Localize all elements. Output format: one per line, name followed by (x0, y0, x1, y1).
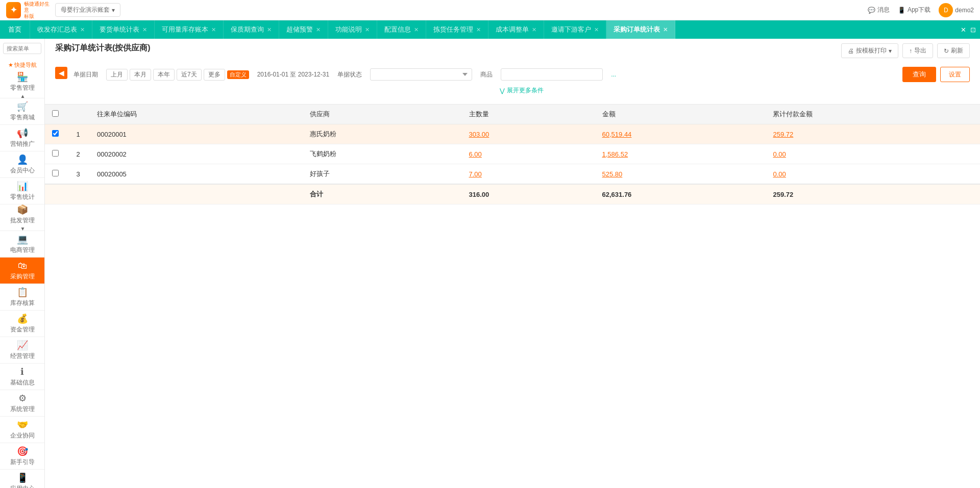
sidebar-item-app-center[interactable]: 📱 应用中心 (0, 470, 44, 488)
row-2-checkbox[interactable] (52, 150, 59, 157)
expand-icon: ⋁ (500, 87, 505, 94)
settings-button[interactable]: 设置 (940, 67, 970, 82)
tab-purchase-summary[interactable]: 采购订单统计表 ✕ (606, 20, 675, 39)
user-menu[interactable]: D demo2 (939, 3, 974, 17)
sidebar-item-system[interactable]: ⚙ 系统管理 (0, 390, 44, 417)
row-1-check[interactable] (45, 124, 65, 144)
tab-invite[interactable]: 邀请下游客户 ✕ (544, 20, 606, 39)
row-1-paid[interactable]: 259.72 (767, 124, 980, 144)
sidebar-item-purchase[interactable]: 🛍 采购管理 (0, 258, 44, 284)
tab-home[interactable]: 首页 (0, 20, 30, 39)
sidebar-item-ecommerce[interactable]: 💻 电商管理 (0, 231, 44, 258)
row-3-paid[interactable]: 0.00 (767, 164, 980, 185)
close-tab-receive[interactable]: ✕ (80, 27, 85, 33)
tab-validity[interactable]: 保质期查询 ✕ (224, 20, 279, 39)
sidebar-item-retail-stat[interactable]: 📊 零售统计 (0, 178, 44, 204)
row-3-checkbox[interactable] (52, 170, 59, 176)
sidebar-item-new-guide[interactable]: 🎯 新手引导 (0, 443, 44, 470)
purchase-icon: 🛍 (18, 261, 27, 271)
app-download-button[interactable]: 📱 App下载 (898, 6, 930, 14)
sidebar-item-operations[interactable]: 📈 经营管理 (0, 337, 44, 364)
close-tab-stock-ledger[interactable]: ✕ (211, 27, 216, 33)
avatar: D (939, 3, 953, 17)
date-btn-this-year[interactable]: 本年 (153, 69, 175, 81)
tab-function-desc[interactable]: 功能说明 ✕ (328, 20, 377, 39)
row-2-check[interactable] (45, 144, 65, 164)
basic-info-icon: ℹ (20, 366, 24, 377)
tab-stock-ledger[interactable]: 可用量库存账本 ✕ (155, 20, 224, 39)
close-tab-invite[interactable]: ✕ (594, 27, 599, 33)
expand-row: ⋁ 展开更多条件 (74, 82, 970, 99)
wholesale-icon: 📦 (17, 204, 28, 215)
close-tab-order-summary[interactable]: ✕ (142, 27, 147, 33)
table-row[interactable]: 2 00020002 飞鹤奶粉 6.00 1,586.52 0.00 (45, 144, 980, 164)
date-range-text: 2016-01-01 至 2023-12-31 (257, 70, 329, 79)
sidebar-item-retail-shop[interactable]: 🛒 零售商城 (0, 98, 44, 125)
row-2-unit-code: 00020002 (91, 144, 304, 164)
row-2-quantity[interactable]: 6.00 (463, 144, 596, 164)
expand-tabs-icon[interactable]: ⊡ (970, 26, 976, 34)
query-button[interactable]: 查询 (902, 67, 936, 82)
member-icon: 👤 (17, 154, 28, 165)
row-3-check[interactable] (45, 164, 65, 185)
top-right: 💬 消息 📱 App下载 D demo2 (868, 3, 974, 17)
refresh-icon: ↻ (944, 47, 949, 55)
export-button[interactable]: ↑ 导出 (902, 43, 933, 58)
page-title: 采购订单统计表(按供应商) (55, 43, 151, 54)
sidebar-item-enterprise[interactable]: 🤝 企业协同 (0, 417, 44, 443)
row-3-quantity[interactable]: 7.00 (463, 164, 596, 185)
sidebar-item-finance[interactable]: 💰 资金管理 (0, 311, 44, 337)
row-2-paid[interactable]: 0.00 (767, 144, 980, 164)
date-btn-this-month[interactable]: 本月 (130, 69, 151, 81)
sidebar-item-basic-info[interactable]: ℹ 基础信息 (0, 364, 44, 390)
close-tab-cost-adjust[interactable]: ✕ (532, 27, 536, 33)
table-row[interactable]: 1 00020001 惠氏奶粉 303.00 60,519.44 259.72 (45, 124, 980, 144)
close-tab-purchase-summary[interactable]: ✕ (663, 27, 668, 33)
row-1-amount[interactable]: 60,519.44 (596, 124, 767, 144)
footer-row: 合计 316.00 62,631.76 259.72 (45, 184, 980, 204)
print-button[interactable]: 🖨 按模板打印 ▾ (841, 43, 898, 58)
quick-nav-button[interactable]: ★ 快捷导航 (0, 58, 44, 72)
more-filters-button[interactable]: ... (611, 71, 616, 78)
select-all-checkbox[interactable] (52, 110, 59, 117)
marketing-icon: 📢 (17, 127, 28, 139)
row-3-amount[interactable]: 525.80 (596, 164, 767, 185)
close-tab-validity[interactable]: ✕ (267, 27, 272, 33)
close-all-tabs-icon[interactable]: ✕ (961, 26, 966, 34)
row-1-checkbox[interactable] (52, 130, 59, 137)
tab-receive[interactable]: 收发存汇总表 ✕ (30, 20, 92, 39)
date-btn-7days[interactable]: 近7天 (177, 69, 202, 81)
collapse-filter-button[interactable]: ◀ (55, 67, 67, 79)
tab-cost-adjust[interactable]: 成本调整单 ✕ (488, 20, 544, 39)
close-tab-function-desc[interactable]: ✕ (365, 27, 370, 33)
sidebar-item-inventory[interactable]: 📋 库存核算 (0, 284, 44, 311)
refresh-button[interactable]: ↻ 刷新 (937, 43, 970, 58)
goods-input[interactable] (501, 68, 603, 81)
col-amount-header: 金额 (596, 105, 767, 124)
custom-badge: 自定义 (227, 70, 249, 79)
row-3-supplier: 好孩子 (304, 164, 462, 185)
close-tab-pick-task[interactable]: ✕ (476, 27, 481, 33)
date-btn-last-month[interactable]: 上月 (106, 69, 128, 81)
row-2-amount[interactable]: 1,586.52 (596, 144, 767, 164)
tab-pick-task[interactable]: 拣货任务管理 ✕ (426, 20, 488, 39)
table-row[interactable]: 3 00020005 好孩子 7.00 525.80 0.00 (45, 164, 980, 185)
search-input[interactable] (3, 43, 41, 54)
sidebar-item-retail-mgmt[interactable]: 🏪 零售管理 ▲ (0, 72, 44, 98)
expand-more-button[interactable]: ⋁ 展开更多条件 (500, 86, 544, 95)
sidebar-item-member[interactable]: 👤 会员中心 (0, 151, 44, 178)
logo-text: 畅捷通好生意 标版 (24, 1, 51, 19)
tab-config[interactable]: 配置信息 ✕ (377, 20, 426, 39)
tab-overstock[interactable]: 超储预警 ✕ (279, 20, 328, 39)
sidebar: ★ 快捷导航 🏪 零售管理 ▲ 🛒 零售商城 📢 营销推广 👤 会员中心 📊 零… (0, 39, 45, 488)
close-tab-config[interactable]: ✕ (414, 27, 419, 33)
sidebar-item-wholesale[interactable]: 📦 批发管理 ▼ (0, 204, 44, 231)
workspace-selector[interactable]: 母婴行业演示账套 ▾ (55, 3, 120, 17)
status-select[interactable] (370, 68, 472, 81)
tab-order-summary[interactable]: 要货单统计表 ✕ (92, 20, 155, 39)
date-btn-more[interactable]: 更多 (204, 69, 225, 81)
close-tab-overstock[interactable]: ✕ (316, 27, 321, 33)
sidebar-item-marketing[interactable]: 📢 营销推广 (0, 125, 44, 151)
row-1-quantity[interactable]: 303.00 (463, 124, 596, 144)
message-button[interactable]: 💬 消息 (868, 6, 890, 14)
